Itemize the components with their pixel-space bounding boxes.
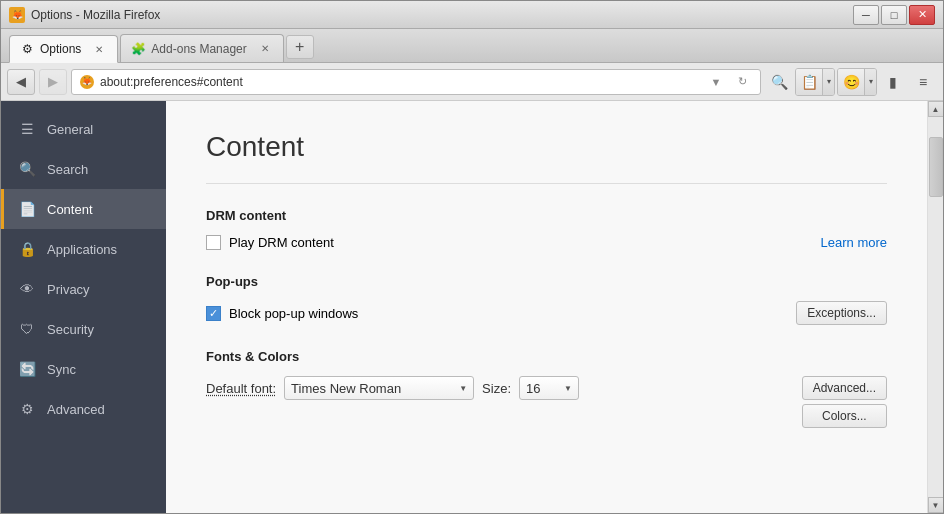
firefox-icon: 🦊 [9,7,25,23]
popup-left: ✓ Block pop-up windows [206,306,358,321]
tab-options-close[interactable]: ✕ [91,41,107,57]
scroll-thumb[interactable] [929,137,943,197]
tab-addons-label: Add-ons Manager [151,42,246,56]
fonts-buttons: Advanced... Colors... [802,376,887,428]
size-select-arrow: ▼ [564,384,572,393]
drm-section-title: DRM content [206,208,887,223]
tab-options-label: Options [40,42,81,56]
search-icon: 🔍 [17,159,37,179]
fonts-section-title: Fonts & Colors [206,349,887,364]
general-icon: ☰ [17,119,37,139]
browser-window: 🦊 Options - Mozilla Firefox ─ □ ✕ ⚙ Opti… [0,0,944,514]
sidebar-item-security-label: Security [47,322,94,337]
page-title: Content [206,131,887,163]
titlebar: 🦊 Options - Mozilla Firefox ─ □ ✕ [1,1,943,29]
sidebar-item-sync[interactable]: 🔄 Sync [1,349,166,389]
fonts-controls: Default font: Times New Roman ▼ Size: 16… [206,376,887,428]
content-area: Content DRM content Play DRM content Lea… [166,101,927,513]
learn-more-link[interactable]: Learn more [821,235,887,250]
menu-button[interactable]: ≡ [909,69,937,95]
popup-checkbox-label: Block pop-up windows [229,306,358,321]
sidebar-item-advanced[interactable]: ⚙ Advanced [1,389,166,429]
popups-section: Pop-ups ✓ Block pop-up windows Exception… [206,274,887,325]
profile-button: 😊 ▾ [837,68,877,96]
sync-icon: 🔄 [17,359,37,379]
sidebar-item-general-label: General [47,122,93,137]
size-select-value: 16 [526,381,560,396]
scroll-down-button[interactable]: ▼ [928,497,944,513]
sidebar-item-applications-label: Applications [47,242,117,257]
scrollbar: ▲ ▼ [927,101,943,513]
sidebar-item-security[interactable]: 🛡 Security [1,309,166,349]
refresh-button[interactable]: ↻ [732,72,752,92]
window-title: Options - Mozilla Firefox [31,8,160,22]
font-select[interactable]: Times New Roman ▼ [284,376,474,400]
drm-checkbox-label: Play DRM content [229,235,334,250]
drm-left: Play DRM content [206,235,334,250]
font-label-text: Default font: [206,381,276,396]
maximize-button[interactable]: □ [881,5,907,25]
popup-row: ✓ Block pop-up windows Exceptions... [206,301,887,325]
search-toolbar-button[interactable]: 🔍 [765,69,793,95]
advanced-button[interactable]: Advanced... [802,376,887,400]
addressbar: ◀ ▶ 🦊 about:preferences#content ▼ ↻ 🔍 📋 … [1,63,943,101]
sidebar-item-privacy[interactable]: 👁 Privacy [1,269,166,309]
tabbar: ⚙ Options ✕ 🧩 Add-ons Manager ✕ + [1,29,943,63]
drm-section: DRM content Play DRM content Learn more [206,208,887,250]
sidebar-toggle[interactable]: ▮ [879,69,907,95]
font-row: Default font: Times New Roman ▼ Size: 16… [206,376,579,400]
applications-icon: 🔒 [17,239,37,259]
sidebar-item-content[interactable]: 📄 Content [1,189,166,229]
tab-addons-close[interactable]: ✕ [257,41,273,57]
profile-arrow[interactable]: ▾ [864,69,876,95]
scroll-track[interactable] [928,117,944,497]
popup-checkbox[interactable]: ✓ [206,306,221,321]
colors-button[interactable]: Colors... [802,404,887,428]
address-favicon: 🦊 [80,75,94,89]
sidebar-item-sync-label: Sync [47,362,76,377]
size-label: Size: [482,381,511,396]
privacy-icon: 👁 [17,279,37,299]
scroll-up-button[interactable]: ▲ [928,101,944,117]
forward-button[interactable]: ▶ [39,69,67,95]
address-dropdown[interactable]: ▼ [706,72,726,92]
minimize-button[interactable]: ─ [853,5,879,25]
main-area: ☰ General 🔍 Search 📄 Content 🔒 Applicati… [1,101,943,513]
back-button[interactable]: ◀ [7,69,35,95]
drm-row: Play DRM content Learn more [206,235,887,250]
popups-section-title: Pop-ups [206,274,887,289]
titlebar-controls: ─ □ ✕ [853,5,935,25]
tab-addons-favicon: 🧩 [131,42,145,56]
sidebar-item-search[interactable]: 🔍 Search [1,149,166,189]
drm-checkbox[interactable] [206,235,221,250]
titlebar-left: 🦊 Options - Mozilla Firefox [9,7,160,23]
advanced-icon: ⚙ [17,399,37,419]
font-label: Default font: [206,381,276,396]
sidebar-item-applications[interactable]: 🔒 Applications [1,229,166,269]
sidebar-item-content-label: Content [47,202,93,217]
security-icon: 🛡 [17,319,37,339]
new-tab-button[interactable]: + [286,35,314,59]
profile-main[interactable]: 😊 [838,69,864,95]
content-icon: 📄 [17,199,37,219]
bookmarks-main[interactable]: 📋 [796,69,822,95]
sidebar-item-general[interactable]: ☰ General [1,109,166,149]
title-divider [206,183,887,184]
sidebar-item-privacy-label: Privacy [47,282,90,297]
sidebar: ☰ General 🔍 Search 📄 Content 🔒 Applicati… [1,101,166,513]
tab-options-favicon: ⚙ [20,42,34,56]
exceptions-button[interactable]: Exceptions... [796,301,887,325]
fonts-section: Fonts & Colors Default font: Times New R… [206,349,887,428]
toolbar-buttons: 🔍 📋 ▾ 😊 ▾ ▮ ≡ [765,68,937,96]
bookmarks-button: 📋 ▾ [795,68,835,96]
tab-options[interactable]: ⚙ Options ✕ [9,35,118,63]
close-button[interactable]: ✕ [909,5,935,25]
size-select[interactable]: 16 ▼ [519,376,579,400]
tab-addons[interactable]: 🧩 Add-ons Manager ✕ [120,34,283,62]
bookmarks-arrow[interactable]: ▾ [822,69,834,95]
sidebar-item-search-label: Search [47,162,88,177]
font-select-value: Times New Roman [291,381,453,396]
sidebar-item-advanced-label: Advanced [47,402,105,417]
font-select-arrow: ▼ [459,384,467,393]
address-field[interactable]: 🦊 about:preferences#content ▼ ↻ [71,69,761,95]
